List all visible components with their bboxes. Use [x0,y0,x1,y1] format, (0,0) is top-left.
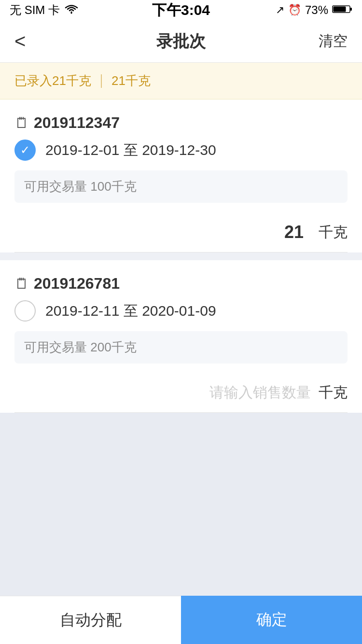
status-bar: 无 SIM 卡 下午3:04 ↗ ⏰ 73% [0,0,362,20]
status-time: 下午3:04 [152,0,210,20]
batch2-available-box: 可用交易量 200千克 [14,331,348,364]
card-separator [0,252,362,260]
batch1-available-box: 可用交易量 100千克 [14,170,348,203]
page-title: 录批次 [156,30,206,53]
batch1-available-text: 可用交易量 100千克 [24,179,137,194]
batch1-header: 🗒 2019112347 [14,114,348,132]
batch1-icon: 🗒 [14,115,29,131]
svg-rect-1 [350,8,352,11]
battery-icon [332,3,352,17]
batch2-card: 🗒 2019126781 2019-12-11 至 2020-01-09 可用交… [0,260,362,413]
status-right: ↗ ⏰ 73% [276,3,352,17]
batch2-radio[interactable] [14,300,36,322]
status-left: 无 SIM 卡 [10,2,78,18]
back-button[interactable]: < [14,30,26,52]
batch2-icon: 🗒 [14,276,29,292]
batch2-date: 2019-12-11 至 2020-01-09 [45,301,216,321]
nav-bar: < 录批次 清空 [0,20,362,63]
banner-divider [101,74,102,88]
info-banner: 已录入21千克 21千克 [0,63,362,99]
svg-rect-2 [334,7,346,12]
auto-distribute-button[interactable]: 自动分配 [0,596,181,644]
wifi-icon [65,3,78,17]
batch1-card: 🗒 2019112347 ✓ 2019-12-01 至 2019-12-30 可… [0,99,362,252]
batch1-date-row: ✓ 2019-12-01 至 2019-12-30 [14,140,348,161]
battery-text: 73% [305,3,328,17]
batch2-available-text: 可用交易量 200千克 [24,340,137,354]
location-icon: ↗ [276,4,284,16]
batch2-unit: 千克 [319,383,348,403]
bottom-buttons: 自动分配 确定 [0,596,362,644]
alarm-icon: ⏰ [288,4,301,16]
batch1-number: 2019112347 [34,114,120,132]
batch2-qty-row: 请输入销售数量 千克 [14,373,348,413]
batch1-qty-row: 千克 [14,212,348,252]
batch2-date-row: 2019-12-11 至 2020-01-09 [14,300,348,322]
batch1-date: 2019-12-01 至 2019-12-30 [45,140,216,160]
total-qty-label: 21千克 [111,72,151,89]
batch1-radio[interactable]: ✓ [14,140,36,161]
clear-button[interactable]: 清空 [319,31,348,51]
confirm-button[interactable]: 确定 [181,596,362,644]
recorded-qty-label: 已录入21千克 [14,72,91,89]
batch2-number: 2019126781 [34,275,120,293]
checkmark-icon: ✓ [20,143,30,157]
batch2-qty-placeholder: 请输入销售数量 [14,383,311,403]
carrier-text: 无 SIM 卡 [10,2,60,18]
batch2-header: 🗒 2019126781 [14,275,348,293]
batch1-qty-input[interactable] [253,222,311,242]
batch1-unit: 千克 [319,223,348,242]
